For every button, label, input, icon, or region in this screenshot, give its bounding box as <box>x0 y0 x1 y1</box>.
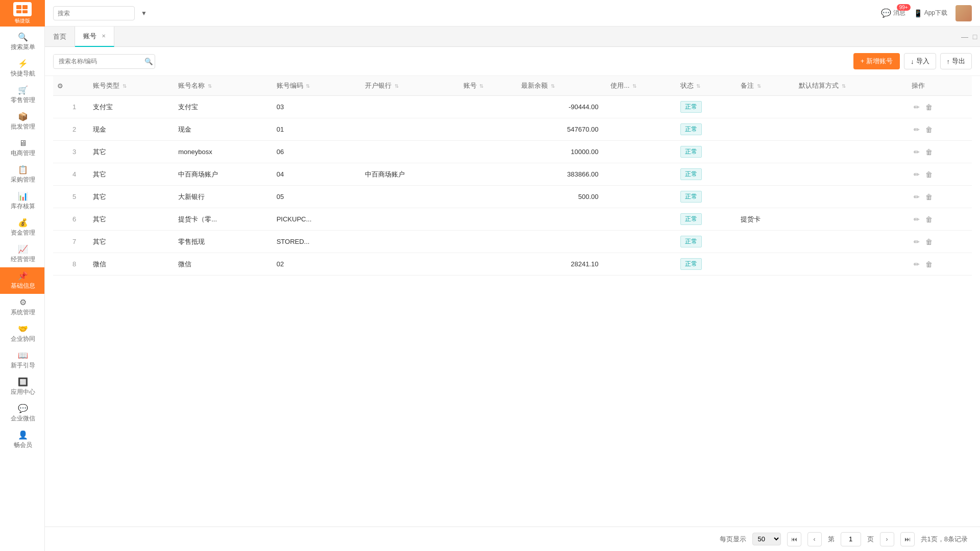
message-button[interactable]: 💬 消息 99+ <box>881 8 905 18</box>
basic-icon: 📌 <box>18 271 28 281</box>
current-page-input[interactable] <box>841 532 861 546</box>
delete-button-4[interactable]: 🗑 <box>923 192 935 202</box>
sidebar-item-wholesale[interactable]: 📦 批发管理 <box>0 108 44 135</box>
edit-button-6[interactable]: ✏ <box>912 237 922 247</box>
sidebar-item-wechat-label: 企业微信 <box>11 414 35 423</box>
inventory-icon: 📊 <box>18 191 28 201</box>
row-balance-2: 10000.00 <box>517 141 606 163</box>
row-name-0: 支付宝 <box>174 96 273 118</box>
window-minimize-button[interactable]: — <box>960 32 970 42</box>
sort-remark-icon: ⇅ <box>757 83 761 89</box>
topbar-search-input[interactable] <box>53 6 135 20</box>
row-type-0: 支付宝 <box>89 96 174 118</box>
tab-home[interactable]: 首页 <box>45 27 75 47</box>
shortcut-icon: ⚡ <box>18 59 28 68</box>
col-type[interactable]: 账号类型 ⇅ <box>89 76 174 96</box>
row-type-1: 现金 <box>89 118 174 141</box>
table-row: 7 其它 零售抵现 STORED... 正常 ✏ 🗑 <box>53 231 972 253</box>
tab-account-close[interactable]: ✕ <box>102 33 106 39</box>
row-balance-4: 500.00 <box>517 186 606 208</box>
export-button[interactable]: ↑ 导出 <box>940 53 972 69</box>
table-row: 4 其它 中百商场账户 04 中百商场账户 383866.00 正常 ✏ 🗑 <box>53 163 972 186</box>
sidebar-item-shortcut[interactable]: ⚡ 快捷导航 <box>0 55 44 82</box>
account-search-input[interactable] <box>54 55 140 68</box>
row-remark-0 <box>737 96 795 118</box>
sidebar-item-enterprise[interactable]: 🤝 企业协同 <box>0 320 44 347</box>
row-bank-4 <box>361 186 459 208</box>
next-page-button[interactable]: › <box>880 532 894 546</box>
sidebar-item-appcenter[interactable]: 🔲 应用中心 <box>0 373 44 400</box>
sidebar-item-system[interactable]: ⚙ 系统管理 <box>0 294 44 320</box>
sidebar-item-basic[interactable]: 📌 基础信息 <box>0 267 44 294</box>
col-balance[interactable]: 最新余额 ⇅ <box>517 76 606 96</box>
sidebar-item-member[interactable]: 👤 畅会员 <box>0 427 44 453</box>
delete-button-2[interactable]: 🗑 <box>923 147 935 157</box>
row-account-5 <box>459 208 518 231</box>
row-action-7: ✏ 🗑 <box>908 253 972 276</box>
sidebar-item-capital[interactable]: 💰 资金管理 <box>0 214 44 241</box>
col-usage[interactable]: 使用... ⇅ <box>606 76 676 96</box>
row-account-1 <box>459 118 518 141</box>
sidebar-item-ecommerce[interactable]: 🖥 电商管理 <box>0 135 44 161</box>
col-code[interactable]: 账号编码 ⇅ <box>273 76 361 96</box>
col-name[interactable]: 账号名称 ⇅ <box>174 76 273 96</box>
window-maximize-button[interactable]: □ <box>970 32 980 42</box>
delete-button-1[interactable]: 🗑 <box>923 124 935 135</box>
sort-type-icon: ⇅ <box>122 83 127 89</box>
col-status[interactable]: 状态 ⇅ <box>676 76 737 96</box>
edit-button-0[interactable]: ✏ <box>912 102 922 112</box>
tab-account[interactable]: 账号 ✕ <box>75 27 114 47</box>
page-size-select[interactable]: 50 100 200 <box>752 533 781 545</box>
col-type-label: 账号类型 <box>93 82 119 89</box>
sidebar-item-purchase[interactable]: 📋 采购管理 <box>0 161 44 188</box>
search-button[interactable]: 🔍 <box>140 55 155 68</box>
delete-button-3[interactable]: 🗑 <box>923 169 935 180</box>
edit-button-3[interactable]: ✏ <box>912 169 922 180</box>
first-page-button[interactable]: ⏮ <box>787 532 801 546</box>
topbar-dropdown[interactable]: ▼ <box>141 10 147 17</box>
row-default-payment-4 <box>795 186 907 208</box>
sidebar-item-inventory[interactable]: 📊 库存核算 <box>0 188 44 214</box>
row-remark-6 <box>737 231 795 253</box>
sidebar-item-retail[interactable]: 🛒 零售管理 <box>0 82 44 108</box>
row-account-7 <box>459 253 518 276</box>
app-download-button[interactable]: 📱 App下载 <box>914 9 947 17</box>
col-account[interactable]: 账号 ⇅ <box>459 76 518 96</box>
row-gear-6 <box>53 231 68 253</box>
sort-account-icon: ⇅ <box>479 83 483 89</box>
edit-button-1[interactable]: ✏ <box>912 124 922 135</box>
col-bank[interactable]: 开户银行 ⇅ <box>361 76 459 96</box>
delete-button-6[interactable]: 🗑 <box>923 237 935 247</box>
import-button[interactable]: ↓ 导入 <box>904 53 936 69</box>
sort-balance-icon: ⇅ <box>551 83 555 89</box>
edit-button-2[interactable]: ✏ <box>912 147 922 157</box>
edit-button-5[interactable]: ✏ <box>912 214 922 224</box>
sidebar-item-wechat[interactable]: 💬 企业微信 <box>0 400 44 427</box>
sidebar-item-operations[interactable]: 📈 经营管理 <box>0 241 44 267</box>
row-code-6: STORED... <box>273 231 361 253</box>
row-account-2 <box>459 141 518 163</box>
row-account-3 <box>459 163 518 186</box>
edit-button-7[interactable]: ✏ <box>912 259 922 269</box>
col-remark[interactable]: 备注 ⇅ <box>737 76 795 96</box>
user-avatar[interactable] <box>955 5 972 21</box>
sidebar-item-search[interactable]: 🔍 搜索菜单 <box>0 29 44 55</box>
add-account-button[interactable]: + 新增账号 <box>853 53 900 69</box>
delete-button-5[interactable]: 🗑 <box>923 214 935 224</box>
row-gear-2 <box>53 141 68 163</box>
sidebar-item-guide[interactable]: 📖 新手引导 <box>0 347 44 373</box>
app-logo: 畅捷版 <box>0 0 45 27</box>
row-account-0 <box>459 96 518 118</box>
edit-button-4[interactable]: ✏ <box>912 192 922 202</box>
last-page-button[interactable]: ⏭ <box>900 532 915 546</box>
row-usage-1 <box>606 118 676 141</box>
row-gear-5 <box>53 208 68 231</box>
row-name-2: moneybosx <box>174 141 273 163</box>
col-default-payment[interactable]: 默认结算方式 ⇅ <box>795 76 907 96</box>
app-sub-name: 畅捷版 <box>15 17 30 24</box>
topbar-left: ▼ <box>53 6 147 20</box>
col-gear[interactable]: ⚙ <box>53 76 68 96</box>
delete-button-0[interactable]: 🗑 <box>923 102 935 112</box>
prev-page-button[interactable]: ‹ <box>807 532 822 546</box>
delete-button-7[interactable]: 🗑 <box>923 259 935 269</box>
